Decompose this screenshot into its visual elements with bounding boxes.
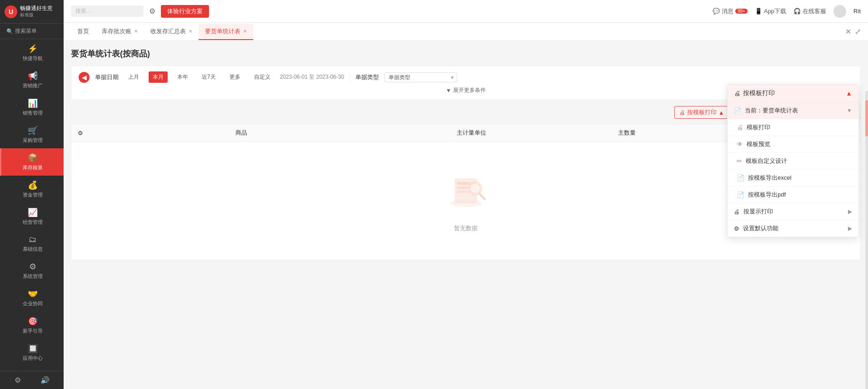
dropdown-title: 按模板打印 — [743, 89, 775, 97]
sidebar-item-label: 营销推广 — [23, 82, 43, 89]
tab-order-stats[interactable]: 要货单统计表 ✕ — [199, 24, 253, 40]
tab-order-stats-close[interactable]: ✕ — [243, 29, 247, 34]
sidebar-item-marketing[interactable]: 📢 营销推广 — [0, 66, 64, 94]
sidebar-item-sales[interactable]: 📊 销售管理 — [0, 94, 64, 121]
sidebar-item-basic[interactable]: 🗂 基础信息 — [0, 230, 64, 257]
collab-icon: 🤝 — [28, 289, 38, 299]
expand-more-label: 展开更多条件 — [453, 86, 486, 94]
online-service-btn[interactable]: 🎧 在线客服 — [793, 7, 826, 15]
template-print-icon: 🖨 — [737, 124, 743, 131]
dropdown-default-func[interactable]: ⚙ 设置默认功能 ▶ — [728, 220, 858, 237]
apps-icon: 🔲 — [28, 344, 38, 354]
sidebar-item-wechat[interactable]: 💬 企业微信 — [0, 366, 64, 371]
sidebar-item-label: 企业协同 — [23, 300, 43, 307]
sidebar-item-quick-nav[interactable]: ⚡ 快捷导航 — [0, 39, 64, 66]
expand-more-icon: ▼ — [446, 87, 451, 94]
tab-home[interactable]: 首页 — [71, 24, 95, 40]
sidebar-item-apps[interactable]: 🔲 应用中心 — [0, 339, 64, 366]
order-type-select-wrapper: 单据类型 ▼ — [384, 72, 457, 82]
filter-row: ◀ 单据日期 上月 本月 本年 近7天 更多 自定义 2023-06-01 至 … — [79, 71, 853, 83]
order-type-label: 单据类型 — [355, 73, 379, 81]
tab-order-stats-label: 要货单统计表 — [205, 27, 240, 35]
logo-badge: 标准版 — [20, 12, 53, 18]
sidebar-item-guide[interactable]: 🎯 新手引导 — [0, 312, 64, 339]
window-maximize-btn[interactable]: ⤢ — [855, 27, 861, 36]
template-excel-icon: 📄 — [737, 174, 744, 182]
sidebar-item-operation[interactable]: 📈 经营管理 — [0, 203, 64, 230]
tab-inventory-batch-close[interactable]: ✕ — [134, 29, 138, 34]
default-func-icon: ⚙ — [734, 225, 739, 232]
tab-receipt-summary[interactable]: 收发存汇总表 ✕ — [144, 24, 199, 40]
dropdown-header: 🖨 按模板打印 ▲ — [728, 85, 858, 102]
display-print-label: 按显示打印 — [743, 207, 773, 216]
page-content: 要货单统计表(按商品) ◀ 单据日期 上月 本月 本年 近7天 更多 自定义 2… — [64, 41, 868, 389]
gear-icon[interactable]: ⚙ — [149, 7, 155, 15]
tab-receipt-summary-close[interactable]: ✕ — [189, 29, 192, 34]
message-icon: 💬 — [713, 8, 720, 15]
app-download-btn[interactable]: 📱 App下载 — [755, 7, 786, 15]
template-pdf-item-label: 按模板导出pdf — [748, 191, 786, 199]
date-range-display: 2023-06-01 至 2023-06-30 — [280, 73, 344, 81]
sidebar-item-purchase[interactable]: 🛒 采购管理 — [0, 121, 64, 148]
date-btn-this-year[interactable]: 本年 — [173, 71, 192, 83]
expand-more-btn[interactable]: ▼ 展开更多条件 — [446, 86, 486, 94]
date-btn-more[interactable]: 更多 — [225, 71, 244, 83]
svg-line-7 — [479, 194, 485, 199]
app-download-label: App下载 — [764, 7, 786, 15]
page-scrollbar[interactable] — [865, 91, 868, 389]
template-preview-icon: 👁 — [737, 141, 743, 148]
date-btn-this-month[interactable]: 本月 — [149, 71, 168, 83]
dropdown-item-template-excel[interactable]: 📄 按模板导出excel — [728, 170, 858, 187]
window-close-btn[interactable]: ✕ — [845, 27, 851, 36]
sidebar-item-label: 新手引导 — [23, 328, 43, 334]
date-btn-custom[interactable]: 自定义 — [250, 71, 274, 83]
messages-label: 消息 — [722, 7, 733, 15]
sidebar-item-label: 资金管理 — [23, 192, 43, 198]
trial-button[interactable]: 体验行业方案 — [161, 5, 209, 18]
dropdown-item-template-print[interactable]: 🖨 模板打印 — [728, 119, 858, 136]
filter-collapse-btn[interactable]: ◀ — [79, 72, 90, 83]
sidebar-item-label: 基础信息 — [23, 246, 43, 253]
date-btn-7days[interactable]: 近7天 — [198, 71, 220, 83]
dropdown-item-template-custom[interactable]: ✏ 模板自定义设计 — [728, 153, 858, 170]
finance-icon: 💰 — [28, 180, 38, 190]
tab-bar: 首页 库存批次账 ✕ 收发存汇总表 ✕ 要货单统计表 ✕ ✕ ⤢ — [64, 23, 868, 41]
template-excel-item-label: 按模板导出excel — [748, 174, 791, 182]
order-type-select[interactable]: 单据类型 — [384, 72, 457, 82]
sidebar-item-inventory[interactable]: 📦 库存核算 — [0, 148, 64, 176]
filter-divider — [349, 73, 350, 82]
messages-badge: 99+ — [735, 9, 748, 14]
main-content: 搜索... ⚙ 体验行业方案 💬 消息 99+ 📱 App下载 🎧 在线客服 R… — [64, 0, 868, 389]
sidebar-item-finance[interactable]: 💰 资金管理 — [0, 176, 64, 203]
dropdown-current-item[interactable]: 📄 当前：要货单统计表 ▼ — [728, 102, 858, 119]
sidebar-footer: ⚙ 🔊 — [0, 371, 64, 389]
sidebar-item-system[interactable]: ⚙ 系统管理 — [0, 257, 64, 284]
messages-btn[interactable]: 💬 消息 99+ — [713, 7, 748, 15]
dropdown-item-template-pdf[interactable]: 📄 按模板导出pdf — [728, 187, 858, 203]
tab-window-controls: ✕ ⤢ — [845, 27, 861, 36]
topbar-search[interactable]: 搜索... — [71, 5, 144, 17]
date-btn-last-month[interactable]: 上月 — [124, 71, 143, 83]
dropdown-display-print[interactable]: 🖨 按显示打印 ▶ — [728, 203, 858, 220]
system-icon: ⚙ — [29, 262, 36, 272]
logo-text: 畅赚通好生意 — [20, 5, 53, 12]
display-print-arrow: ▶ — [848, 208, 852, 215]
settings-col-icon[interactable]: ⚙ — [78, 130, 83, 136]
sidebar-search-label: 搜索菜单 — [15, 27, 37, 35]
printer-icon: 🖨 — [679, 109, 685, 116]
basic-icon: 🗂 — [29, 235, 37, 244]
template-custom-icon: ✏ — [737, 157, 742, 165]
current-template-arrow: ▼ — [847, 107, 852, 114]
settings-footer-icon[interactable]: ⚙ — [15, 376, 21, 384]
dropdown-close-btn[interactable]: ▲ — [846, 90, 852, 97]
template-print-btn[interactable]: 🖨 按模板打印 ▲ — [674, 106, 729, 119]
search-icon: 🔍 — [6, 28, 13, 35]
user-avatar[interactable] — [833, 5, 846, 18]
sidebar-item-collab[interactable]: 🤝 企业协同 — [0, 284, 64, 312]
dropdown-item-template-preview[interactable]: 👁 模板预览 — [728, 136, 858, 153]
display-print-icon: 🖨 — [734, 208, 740, 215]
sound-footer-icon[interactable]: 🔊 — [40, 376, 50, 384]
quick-nav-icon: ⚡ — [28, 44, 38, 54]
tab-inventory-batch[interactable]: 库存批次账 ✕ — [95, 24, 144, 40]
sidebar-search[interactable]: 🔍 搜索菜单 — [0, 24, 64, 39]
